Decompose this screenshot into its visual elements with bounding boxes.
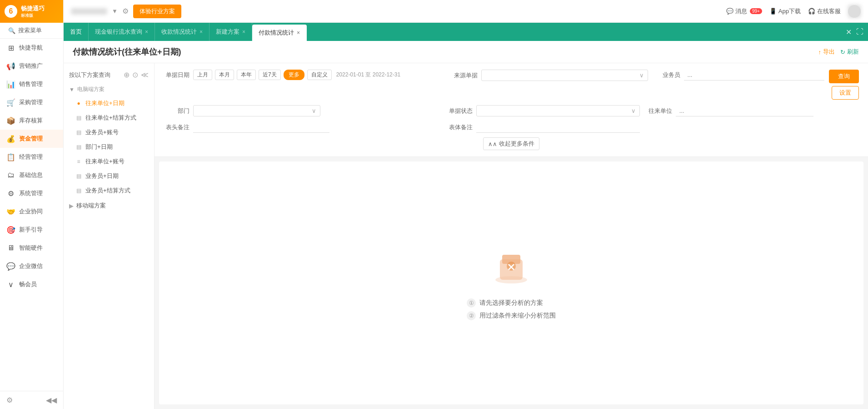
sidebar-label-quick-nav: 快捷导航 [19, 44, 43, 52]
logo-text: 畅捷通巧 标准版 [21, 5, 45, 19]
sidebar-item-marketing[interactable]: 📢 营销推广 [0, 57, 63, 75]
mobile-section-title[interactable]: ▶ 移动端方案 [64, 200, 154, 212]
source-select[interactable]: ∨ [481, 70, 648, 81]
tab-home[interactable]: 首页 [64, 23, 89, 41]
sidebar-item-corp[interactable]: 🤝 企业协同 [0, 202, 63, 221]
tab-cash-flow-close[interactable]: × [145, 29, 148, 35]
sidebar-item-system[interactable]: ⚙ 系统管理 [0, 184, 63, 202]
settings-btn[interactable]: 设置 [832, 86, 859, 100]
topbar-gear-icon[interactable]: ⚙ [122, 7, 129, 15]
plan-settings-icon[interactable]: ⊙ [132, 71, 138, 79]
tab-payments[interactable]: 付款情况统计 × [252, 25, 307, 41]
online-service-label: 在线客服 [817, 7, 841, 15]
date-btn-custom[interactable]: 自定义 [307, 70, 332, 80]
dept-select[interactable]: ∨ [193, 105, 320, 116]
online-service-btn[interactable]: 🎧 在线客服 [808, 7, 841, 15]
dept-label: 部门 [164, 107, 193, 115]
corp-icon: 🤝 [6, 207, 15, 216]
logo-icon: 6 [5, 5, 17, 18]
trial-btn[interactable]: 体验行业方案 [133, 5, 181, 18]
empty-tips: ① 请先选择要分析的方案 ② 用过滤条件来缩小分析范围 [467, 298, 556, 320]
desktop-section-title[interactable]: ▼ 电脑端方案 [64, 84, 154, 96]
sidebar-item-member[interactable]: ∨ 畅会员 [0, 275, 63, 293]
sidebar-item-base[interactable]: 🗂 基础信息 [0, 166, 63, 184]
sidebar-label-hardware: 智能硬件 [19, 244, 43, 252]
messages-btn[interactable]: 💬 消息 99+ [726, 7, 762, 15]
sidebar-item-sales[interactable]: 📊 销售管理 [0, 75, 63, 93]
plan-staff-settle[interactable]: ▤ 业务员+结算方式 [64, 183, 154, 198]
sidebar-nav: ⊞ 快捷导航 📢 营销推广 📊 销售管理 🛒 采购管理 📦 库存核算 💰 资金管… [0, 39, 63, 391]
date-btn-last-month[interactable]: 上月 [193, 70, 212, 80]
date-btn-last-7-days[interactable]: 近7天 [259, 70, 281, 80]
export-btn[interactable]: ↑ 导出 [818, 48, 835, 56]
left-panel-actions: ⊕ ⊙ ≪ [124, 71, 149, 79]
user-info [71, 8, 107, 15]
date-label: 单据日期 [164, 71, 193, 79]
hardware-icon: 🖥 [6, 243, 15, 252]
sidebar-item-inventory[interactable]: 📦 库存核算 [0, 111, 63, 130]
source-select-arrow: ∨ [639, 72, 644, 79]
partner-input[interactable] [676, 106, 813, 116]
plan-staff-date-label: 业务员+日期 [85, 172, 119, 180]
tab-new-plan[interactable]: 新建方案 × [210, 23, 252, 41]
voucher-status-arrow: ∨ [631, 107, 636, 114]
sidebar-header: 6 畅捷通巧 标准版 [0, 0, 63, 23]
sidebar-item-guide[interactable]: 🎯 新手引导 [0, 221, 63, 239]
messages-label: 消息 [735, 7, 747, 15]
tab-receipts-close[interactable]: × [200, 29, 203, 35]
tab-fullscreen-icon[interactable]: ⛶ [856, 28, 863, 36]
sidebar-label-guide: 新手引导 [19, 226, 43, 234]
date-btn-more[interactable]: 更多 [284, 70, 304, 80]
plan-unit-date[interactable]: ● 往来单位+日期 [64, 96, 154, 111]
tab-receipts[interactable]: 收款情况统计 × [155, 23, 210, 41]
page-header: 付款情况统计(往来单位+日期) ↑ 导出 ↻ 刷新 [64, 41, 868, 63]
app-name: 畅捷通巧 [21, 5, 45, 13]
sidebar-item-quick-nav[interactable]: ⊞ 快捷导航 [0, 39, 63, 57]
refresh-btn[interactable]: ↻ 刷新 [840, 48, 859, 56]
search-menu[interactable]: 🔍 搜索菜单 [0, 23, 63, 39]
sidebar-item-wechat[interactable]: 💬 企业微信 [0, 257, 63, 275]
voucher-status-select[interactable]: ∨ [476, 105, 640, 116]
sidebar-label-system: 系统管理 [19, 189, 43, 197]
sidebar-item-hardware[interactable]: 🖥 智能硬件 [0, 239, 63, 257]
tab-cash-flow[interactable]: 现金银行流水查询 × [89, 23, 155, 41]
topbar-dropdown-icon[interactable]: ▼ [112, 8, 118, 15]
plan-unit-date-icon: ● [75, 99, 83, 107]
date-btn-this-month[interactable]: 本月 [215, 70, 234, 80]
base-icon: 🗂 [6, 171, 15, 180]
app-download-label: App下载 [778, 7, 801, 15]
filter-actions: 查询 设置 [829, 70, 859, 100]
settings-gear-icon[interactable]: ⚙ [6, 396, 13, 404]
tab-new-plan-close[interactable]: × [242, 29, 245, 35]
plan-dept-date[interactable]: ▤ 部门+日期 [64, 140, 154, 154]
right-panel: 单据日期 上月 本月 本年 近7天 更多 自定义 2022-01-01 至 20… [155, 63, 868, 409]
export-label: 导出 [823, 48, 835, 56]
user-avatar[interactable] [848, 5, 861, 18]
tab-close-all-icon[interactable]: ✕ [846, 28, 852, 36]
plan-unit-account[interactable]: ≡ 往来单位+账号 [64, 154, 154, 169]
empty-tip-1: ① 请先选择要分析的方案 [467, 298, 556, 308]
collapse-conditions-btn[interactable]: ∧∧ 收起更多条件 [483, 137, 539, 150]
tab-payments-label: 付款情况统计 [259, 29, 294, 37]
salesperson-input[interactable] [684, 70, 824, 81]
note-body-input[interactable] [476, 122, 640, 133]
plan-unit-settle[interactable]: ▤ 往来单位+结算方式 [64, 111, 154, 125]
guide-icon: 🎯 [6, 225, 15, 234]
sidebar-item-purchase[interactable]: 🛒 采购管理 [0, 93, 63, 111]
tab-payments-close[interactable]: × [297, 30, 300, 36]
sidebar-item-operation[interactable]: 📋 经营管理 [0, 148, 63, 166]
query-btn[interactable]: 查询 [829, 70, 859, 83]
plan-staff-account[interactable]: ▤ 业务员+账号 [64, 125, 154, 140]
plan-unit-account-icon: ≡ [75, 157, 83, 166]
app-edition: 标准版 [21, 13, 45, 19]
sidebar-collapse-icon[interactable]: ◀◀ [46, 396, 57, 404]
date-btn-this-year[interactable]: 本年 [237, 70, 256, 80]
panel-collapse-icon[interactable]: ≪ [141, 71, 149, 79]
plan-staff-date[interactable]: ▤ 业务员+日期 [64, 169, 154, 183]
app-download-btn[interactable]: 📱 App下载 [769, 7, 801, 15]
page: 付款情况统计(往来单位+日期) ↑ 导出 ↻ 刷新 按以下方案查询 ⊕ [64, 41, 868, 409]
note-header-input[interactable] [193, 122, 329, 133]
sidebar-label-corp: 企业协同 [19, 207, 43, 216]
sidebar-item-finance[interactable]: 💰 资金管理 [0, 130, 63, 148]
add-plan-icon[interactable]: ⊕ [124, 71, 130, 79]
